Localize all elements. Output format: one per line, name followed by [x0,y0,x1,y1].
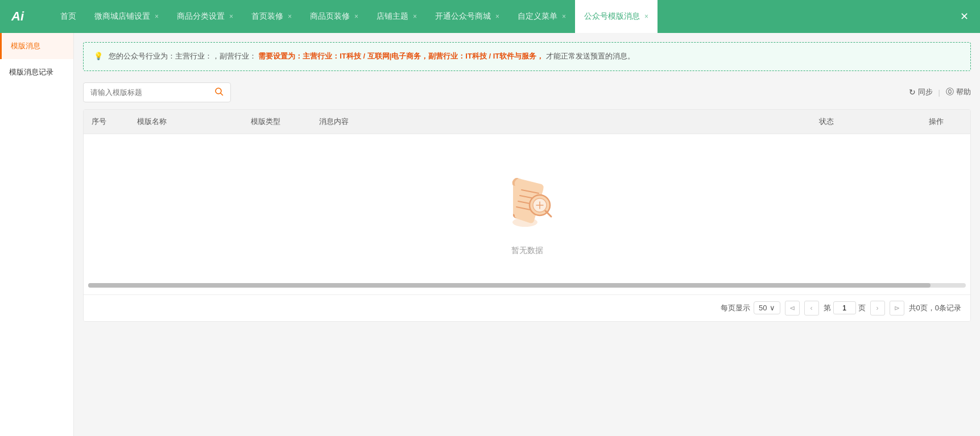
tab-weshop[interactable]: 微商城店铺设置 × [85,0,168,33]
notice-icon: 💡 [94,52,103,60]
sidebar-item-template[interactable]: 模版消息 [0,33,73,59]
sync-button[interactable]: ↻ 同步 [909,87,933,97]
help-label: 帮助 [956,87,971,97]
page-size-wrap: 每页显示 50 ∨ [721,301,780,314]
last-page-icon: ⊳ [894,304,900,312]
first-page-icon: ⊲ [789,304,795,312]
sidebar: 模版消息 模版消息记录 [0,33,74,436]
page-size-select[interactable]: 50 ∨ [754,301,780,314]
search-input[interactable] [84,84,208,101]
help-button[interactable]: ⓪ 帮助 [946,87,971,97]
tab-custom-menu-close[interactable]: × [562,13,566,20]
empty-text: 暂无数据 [511,246,543,256]
notice-box: 💡 您的公众号行业为：主营行业：，副营行业： 需要设置为：主营行业：IT科技 /… [83,42,971,71]
col-header-name: 模版名称 [129,110,243,134]
total-info: 共0页，0条记录 [909,303,961,313]
page-size-label: 每页显示 [721,303,750,313]
sidebar-item-template-log-label: 模版消息记录 [9,68,53,76]
next-page-button[interactable]: › [870,301,885,315]
empty-illustration [493,168,561,236]
prev-page-button[interactable]: ‹ [804,301,819,315]
tab-category[interactable]: 商品分类设置 × [168,0,242,33]
content-area: 💡 您的公众号行业为：主营行业：，副营行业： 需要设置为：主营行业：IT科技 /… [74,33,980,436]
main-layout: 模版消息 模版消息记录 💡 您的公众号行业为：主营行业：，副营行业： 需要设置为… [0,33,980,436]
col-header-content: 消息内容 [311,110,811,134]
last-page-button[interactable]: ⊳ [890,301,904,315]
help-icon: ⓪ [946,87,954,97]
window-close-button[interactable]: ✕ [954,10,974,23]
page-input-wrap: 第 页 [824,301,866,314]
next-page-icon: › [876,304,879,312]
tab-custom-menu-label: 自定义菜单 [518,11,557,22]
tab-weshop-label: 微商城店铺设置 [94,11,150,22]
search-actions: ↻ 同步 | ⓪ 帮助 [909,87,971,97]
svg-line-1 [221,93,223,95]
tab-theme-label: 店铺主题 [377,11,408,22]
tab-weshop-close[interactable]: × [155,13,159,20]
notice-suffix: 才能正常发送预置的消息。 [546,52,635,60]
notice-highlight: 需要设置为：主营行业：IT科技 / 互联网|电子商务，副营行业：IT科技 / I… [258,52,544,60]
tab-product-decor[interactable]: 商品页装修 × [301,0,367,33]
search-bar: ↻ 同步 | ⓪ 帮助 [83,82,971,102]
tab-theme[interactable]: 店铺主题 × [367,0,426,33]
sync-icon: ↻ [909,88,916,97]
tab-category-close[interactable]: × [229,13,233,20]
tab-product-decor-label: 商品页装修 [310,11,350,22]
tab-open-shop[interactable]: 开通公众号商城 × [426,0,508,33]
page-number-input[interactable] [833,301,856,314]
tab-home[interactable]: 首页 [51,0,85,33]
tab-home-label: 首页 [60,11,76,22]
page-suffix-label: 页 [858,303,866,313]
tab-home-decor-label: 首页装修 [251,11,283,22]
col-header-status: 状态 [811,110,902,134]
data-table: 序号 模版名称 模版类型 消息内容 状态 操作 [83,109,971,322]
page-prefix-label: 第 [824,303,831,313]
first-page-button[interactable]: ⊲ [785,301,800,315]
tab-template-msg-label: 公众号模版消息 [584,11,640,22]
tab-theme-close[interactable]: × [413,13,417,20]
empty-state: 暂无数据 [84,134,970,279]
page-size-value: 50 [759,304,767,312]
sync-label: 同步 [918,87,933,97]
tab-open-shop-close[interactable]: × [495,13,499,20]
sidebar-item-template-label: 模版消息 [11,41,40,50]
tab-template-msg[interactable]: 公众号模版消息 × [575,0,658,33]
app-logo: Ai [6,9,51,24]
divider: | [938,88,940,97]
col-header-type: 模版类型 [243,110,311,134]
tab-open-shop-label: 开通公众号商城 [435,11,491,22]
search-input-wrap [83,82,231,102]
tab-template-msg-close[interactable]: × [644,13,648,20]
horizontal-scrollbar[interactable] [88,283,966,288]
sidebar-item-template-log[interactable]: 模版消息记录 [0,59,73,85]
col-header-seq: 序号 [84,110,129,134]
tab-home-decor[interactable]: 首页装修 × [242,0,301,33]
search-button[interactable] [208,83,230,102]
tab-custom-menu[interactable]: 自定义菜单 × [508,0,575,33]
tab-product-decor-close[interactable]: × [354,13,358,20]
tab-home-decor-close[interactable]: × [288,13,292,20]
col-header-action: 操作 [902,110,970,134]
top-navigation: Ai 首页 微商城店铺设置 × 商品分类设置 × 首页装修 × 商品页装修 × … [0,0,980,33]
notice-prefix: 您的公众号行业为：主营行业：，副营行业： [109,52,257,60]
scrollbar-area [84,283,970,294]
table-header: 序号 模版名称 模版类型 消息内容 状态 操作 [84,110,970,134]
page-size-dropdown-icon: ∨ [770,304,775,312]
tab-category-label: 商品分类设置 [177,11,225,22]
prev-page-icon: ‹ [811,304,813,312]
pagination: 每页显示 50 ∨ ⊲ ‹ 第 页 [84,294,970,321]
